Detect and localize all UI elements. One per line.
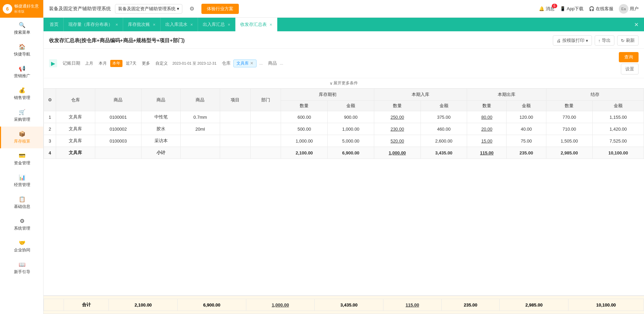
date-btn-this-year[interactable]: 本年 [110, 60, 122, 67]
avatar: Ea [619, 4, 628, 14]
row-out-qty-link[interactable]: 20.00 [481, 127, 493, 132]
notification-action[interactable]: 🔔 消息 6 [539, 6, 555, 12]
sidebar-item-sales[interactable]: 💰 销售管理 [0, 83, 43, 105]
warehouse-filter-group: 仓库 文具库 ✕ ... [222, 60, 263, 67]
sidebar-item-ops[interactable]: 📊 经营管理 [0, 170, 43, 192]
date-btn-custom[interactable]: 自定义 [153, 60, 170, 67]
open-amt-header: 金额 [328, 101, 374, 111]
tab-recv-send[interactable]: 收发存汇总表 ✕ [235, 18, 277, 31]
tab-stock-dist[interactable]: 现存量（库存分布表） ✕ [64, 18, 123, 31]
headset-icon: 🎧 [589, 6, 594, 11]
chevron-down-icon: ▾ [586, 38, 588, 43]
row-in-amt: 3,435.00 [420, 147, 467, 159]
warehouse-tag[interactable]: 文具库 ✕ [233, 60, 257, 67]
system-dropdown[interactable]: 装备及固定资产辅助管理系统 ▾ [115, 4, 182, 14]
table-row: 4文具库小计2,100.006,900.001,000.003,435.0011… [44, 147, 644, 159]
finance-icon: 💳 [19, 152, 26, 159]
product-more[interactable]: ... [280, 61, 283, 66]
settings-col-header[interactable]: ⚙ [44, 89, 56, 111]
sidebar-item-purchase[interactable]: 🛒 采购管理 [0, 105, 43, 127]
row-dept [250, 123, 281, 135]
sidebar-item-quick-nav[interactable]: 🏠 快捷导航 [0, 39, 43, 61]
tab-summary[interactable]: 出入库汇总 ✕ [198, 18, 235, 31]
table-row: 1文具库0100001中性笔0.7mm600.00900.00250.00375… [44, 111, 644, 123]
table-wrapper: ⚙ 仓库 商品 商品 商品 项目 部门 库存期初 本期入库 本期出库 结存 [44, 88, 644, 295]
row-in-qty-link[interactable]: 520.00 [391, 138, 404, 144]
row-spec [180, 135, 220, 147]
row-out-amt: 235.00 [507, 147, 546, 159]
row-num: 1 [44, 111, 56, 123]
row-out-qty-link[interactable]: 115.00 [480, 150, 494, 155]
app-download-action[interactable]: 📱 App下载 [560, 6, 583, 12]
sidebar-item-basic[interactable]: 📋 基础信息 [0, 192, 43, 214]
tab-close-icon[interactable]: ✕ [190, 23, 193, 27]
refresh-icon: ↻ [621, 38, 625, 43]
sidebar-item-corp[interactable]: 🤝 企业协同 [0, 235, 43, 257]
tab-home[interactable]: 首页 [45, 18, 64, 31]
query-button[interactable]: 查询 [619, 52, 639, 62]
refresh-button[interactable]: ↻ 刷新 [617, 35, 639, 46]
row-in-qty[interactable]: 230.00 [374, 123, 420, 135]
search-nav-icon: 🔍 [19, 22, 26, 28]
row-in-qty-link[interactable]: 1,000.00 [389, 150, 406, 155]
online-service-action[interactable]: 🎧 在线客服 [589, 6, 613, 12]
row-warehouse: 文具库 [56, 135, 95, 147]
date-filter-group: 记账日期 上月 本月 本年 近7天 更多 自定义 2023-01-01 至 20… [63, 60, 216, 67]
date-btn-7days[interactable]: 近7天 [124, 60, 138, 67]
warehouse-more[interactable]: ... [259, 61, 263, 66]
settings-icon-btn[interactable]: ⚙ [186, 3, 197, 14]
export-button[interactable]: ↑ 导出 [595, 35, 615, 46]
try-button[interactable]: 体验行业方案 [201, 4, 239, 14]
sidebar-item-stock[interactable]: 📦 库存核算 [0, 127, 43, 148]
row-open-qty: 600.00 [281, 111, 328, 123]
user-action[interactable]: Ea 用户 [619, 4, 639, 14]
row-out-qty[interactable]: 20.00 [467, 123, 507, 135]
footer-out-qty-link[interactable]: 115.00 [406, 302, 419, 308]
out-qty-header: 数量 [467, 101, 507, 111]
page-container: 收发存汇总表(按仓库+商品编码+商品+规格型号+项目+部门) 🖨 按模版打印 ▾… [44, 31, 644, 314]
tab-close-icon[interactable]: ✕ [115, 23, 118, 27]
date-btn-this-month[interactable]: 本月 [97, 60, 109, 67]
row-open-amt: 1,000.00 [328, 123, 374, 135]
print-button[interactable]: 🖨 按模版打印 ▾ [553, 35, 592, 46]
row-close-amt: 10,100.00 [593, 147, 644, 159]
row-in-qty-link[interactable]: 230.00 [391, 127, 404, 132]
tab-flow[interactable]: 出入库流水 ✕ [161, 18, 198, 31]
expand-conditions-button[interactable]: ∨ 展开更多条件 [330, 80, 358, 86]
row-out-qty[interactable]: 80.00 [467, 111, 507, 123]
row-in-qty[interactable]: 1,000.00 [374, 147, 420, 159]
warehouse-tag-close[interactable]: ✕ [250, 61, 253, 66]
date-btn-more[interactable]: 更多 [140, 60, 152, 67]
filter-expand-arrow[interactable]: ▶ [49, 59, 57, 67]
table-footer: 合计2,100.006,900.001,000.003,435.00115.00… [44, 295, 644, 314]
tab-close-icon[interactable]: ✕ [269, 23, 272, 27]
sidebar-item-finance[interactable]: 💳 资金管理 [0, 148, 43, 170]
out-amt-header: 金额 [507, 101, 546, 111]
tab-close-icon[interactable]: ✕ [228, 23, 230, 27]
row-out-qty-link[interactable]: 15.00 [481, 138, 493, 144]
row-in-qty[interactable]: 520.00 [374, 135, 420, 147]
settings-button[interactable]: 设置 [621, 64, 639, 75]
row-warehouse: 文具库 [56, 147, 95, 159]
tab-label: 现存量（库存分布表） [68, 21, 113, 28]
table-row: 3文具库0100003采访本1,000.005,000.00520.002,60… [44, 135, 644, 147]
tabs-close-all[interactable]: ✕ [630, 21, 643, 28]
sidebar-item-search[interactable]: 🔍 搜索菜单 [0, 18, 43, 39]
footer-in-qty-link[interactable]: 1,000.00 [272, 302, 289, 308]
row-out-qty[interactable]: 15.00 [467, 135, 507, 147]
guide-icon: 📖 [19, 261, 26, 268]
tab-close-icon[interactable]: ✕ [153, 23, 155, 27]
row-out-amt: 120.00 [507, 111, 546, 123]
row-out-qty[interactable]: 115.00 [467, 147, 507, 159]
date-btn-last-month[interactable]: 上月 [83, 60, 95, 67]
row-close-amt: 1,155.00 [593, 111, 644, 123]
row-out-qty-link[interactable]: 80.00 [481, 115, 493, 120]
row-in-qty[interactable]: 250.00 [374, 111, 420, 123]
tab-batch[interactable]: 库存批次账 ✕ [123, 18, 161, 31]
system-title: 装备及固定资产辅助管理系统 [49, 6, 111, 12]
row-open-amt: 6,900.00 [328, 147, 374, 159]
row-in-qty-link[interactable]: 250.00 [391, 115, 404, 120]
sidebar-item-marketing[interactable]: 📢 营销推广 [0, 61, 43, 83]
sidebar-item-system[interactable]: ⚙ 系统管理 [0, 214, 43, 235]
sidebar-item-guide[interactable]: 📖 新手引导 [0, 257, 43, 279]
